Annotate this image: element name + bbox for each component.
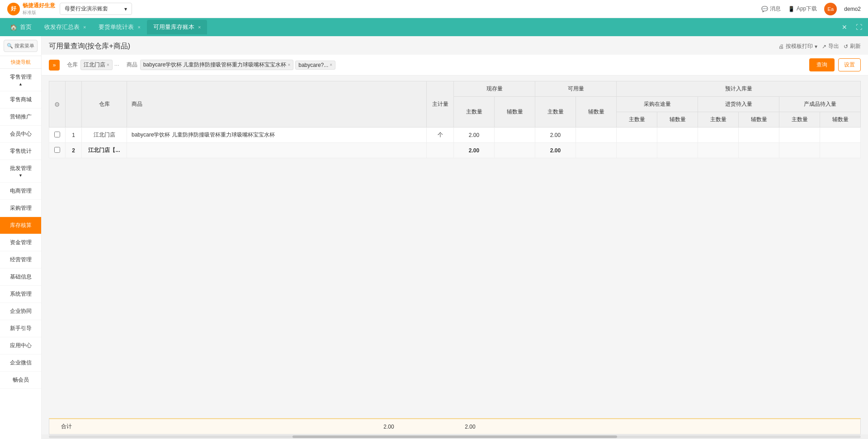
product-tag-1[interactable]: babycare学饮杯 儿童防摔防撞吸管杯重力球吸嘴杯宝宝水杯 × — [140, 60, 294, 70]
th-purchase-aux: 辅数量 — [657, 112, 698, 127]
filter-actions: 查询 设置 — [809, 58, 861, 71]
sidebar-inventory-check-label: 库存核算 — [10, 222, 32, 229]
sidebar-item-marketing[interactable]: 营销推广 — [0, 109, 41, 126]
sidebar-item-retail-mall[interactable]: 零售商城 — [0, 91, 41, 109]
th-production-main: 主数量 — [779, 112, 820, 127]
close-receive-summary-icon[interactable]: × — [83, 24, 86, 30]
footer-stock-main: 2.00 — [368, 424, 409, 430]
message-button[interactable]: 💬 消息 — [761, 5, 781, 13]
th-purchase-main-label: 主数量 — [629, 116, 645, 123]
sidebar-basic-info-label: 基础信息 — [10, 273, 32, 281]
sidebar-quick-nav[interactable]: 快捷导航 — [0, 56, 41, 69]
nav-tabs: 🏠 首页 收发存汇总表 × 要货单统计表 × 可用量库存账本 × ✕ ⛶ — [0, 18, 868, 36]
app-download-button[interactable]: 📱 App下载 — [788, 5, 817, 13]
th-warehouse: 仓库 — [82, 81, 127, 127]
warehouse-tag[interactable]: 江北门店 × — [80, 60, 113, 70]
home-icon: 🏠 — [10, 24, 17, 31]
sidebar-item-purchase-mgmt[interactable]: 采购管理 — [0, 200, 41, 217]
product-tag-2-close-icon[interactable]: × — [330, 62, 332, 67]
top-bar-left: 好 畅捷通好生意 标准版 母婴行业演示账套 ▾ — [7, 2, 132, 16]
th-production-group-label: 产成品待入量 — [804, 101, 836, 107]
settings-button[interactable]: 设置 — [838, 58, 861, 71]
sidebar-item-basic-info[interactable]: 基础信息 — [0, 269, 41, 286]
product-tag-2[interactable]: babycare?... × — [295, 61, 335, 70]
sidebar-item-app-center[interactable]: 应用中心 — [0, 337, 41, 354]
sidebar-item-retail-mgmt[interactable]: 零售管理 ▲ — [0, 69, 41, 91]
sidebar-item-ops-mgmt[interactable]: 经营管理 — [0, 251, 41, 269]
refresh-icon: ↺ — [844, 43, 848, 50]
sidebar-purchase-mgmt-label: 采购管理 — [10, 204, 32, 212]
sidebar-item-inventory-check[interactable]: 库存核算 — [0, 217, 41, 234]
query-button[interactable]: 查询 — [809, 58, 835, 71]
td-available-main-1: 2.00 — [535, 127, 576, 143]
filter-row: » 仓库 江北门店 × ··· 商品 babycare学饮杯 儿童防摔防撞吸管杯… — [42, 55, 868, 76]
th-forecast-group-label: 预计入库量 — [725, 85, 752, 92]
table-settings-gear-icon[interactable]: ⚙ — [54, 101, 60, 108]
close-available-inventory-icon[interactable]: × — [198, 24, 201, 30]
sidebar-item-sys-mgmt[interactable]: 系统管理 — [0, 286, 41, 303]
sidebar-item-enterprise-wechat[interactable]: 企业微信 — [0, 354, 41, 372]
nav-close-button[interactable]: ✕ — [839, 22, 850, 33]
nav-maximize-button[interactable]: ⛶ — [854, 22, 864, 33]
th-unit-label: 主计量 — [432, 101, 448, 107]
td-stock-aux-2 — [495, 143, 535, 158]
th-settings[interactable]: ⚙ — [49, 81, 66, 127]
td-unit-1: 个 — [427, 127, 454, 143]
user-initial: Ea — [828, 6, 834, 12]
user-avatar[interactable]: Ea — [824, 3, 837, 15]
export-icon: ↗ — [822, 43, 826, 50]
warehouse-more-icon[interactable]: ··· — [114, 61, 119, 68]
td-available-main-2: 2.00 — [535, 143, 576, 158]
logo-text: 畅捷通好生意 — [23, 2, 55, 9]
th-stock-group: 现存量 — [454, 81, 535, 97]
download-label: App下载 — [797, 5, 817, 13]
row-2-checkbox[interactable] — [54, 147, 60, 153]
logo-area: 好 畅捷通好生意 标准版 — [7, 2, 55, 16]
sidebar-search-button[interactable]: 🔍 搜索菜单 — [4, 40, 38, 52]
th-unit: 主计量 — [427, 81, 454, 127]
warehouse-tag-value: 江北门店 — [84, 61, 105, 69]
scrollbar-row — [42, 434, 868, 439]
tab-home[interactable]: 🏠 首页 — [4, 20, 38, 34]
sidebar-item-new-guide[interactable]: 新手引导 — [0, 320, 41, 337]
export-button[interactable]: ↗ 导出 — [822, 42, 839, 50]
sidebar-item-ecom-mgmt[interactable]: 电商管理 — [0, 183, 41, 200]
th-production-group: 产成品待入量 — [779, 97, 861, 112]
th-stock-aux-label: 辅数量 — [507, 109, 523, 115]
sidebar-wholesale-arrow: ▼ — [19, 173, 23, 178]
sidebar-item-wholesale-mgmt[interactable]: 批发管理 ▼ — [0, 160, 41, 183]
td-product-1: babycare学饮杯 儿童防摔防撞吸管杯重力球吸嘴杯宝宝水杯 — [127, 127, 427, 143]
tab-order-stats[interactable]: 要货单统计表 × — [92, 20, 146, 34]
export-label: 导出 — [828, 42, 839, 50]
warehouse-tag-close-icon[interactable]: × — [107, 62, 109, 67]
scrollbar-thumb[interactable] — [292, 435, 617, 438]
tab-available-inventory[interactable]: 可用量库存账本 × — [147, 20, 207, 34]
sidebar-item-member-center[interactable]: 会员中心 — [0, 126, 41, 143]
expand-filter-button[interactable]: » — [49, 60, 60, 71]
warehouse-tags: 江北门店 × ··· — [80, 60, 119, 70]
th-incoming-aux: 辅数量 — [739, 112, 779, 127]
sidebar-item-enterprise-collab[interactable]: 企业协同 — [0, 303, 41, 320]
industry-selector[interactable]: 母婴行业演示账套 ▾ — [60, 3, 132, 15]
td-production-aux-2 — [820, 143, 861, 158]
td-checkbox-2[interactable] — [49, 143, 66, 158]
sidebar-item-vip-member[interactable]: 畅会员 — [0, 372, 41, 389]
warehouse-filter: 仓库 江北门店 × ··· — [67, 60, 119, 70]
td-checkbox[interactable] — [49, 127, 66, 143]
th-product-label: 商品 — [132, 101, 142, 107]
message-label: 消息 — [770, 5, 781, 13]
sidebar-item-finance-mgmt[interactable]: 资金管理 — [0, 234, 41, 251]
product-filter: 商品 babycare学饮杯 儿童防摔防撞吸管杯重力球吸嘴杯宝宝水杯 × bab… — [127, 60, 335, 70]
tab-receive-summary[interactable]: 收发存汇总表 × — [38, 20, 92, 34]
print-button[interactable]: 🖨 按模板打印 ▾ — [778, 42, 817, 50]
close-order-stats-icon[interactable]: × — [137, 24, 140, 30]
page-title: 可用量查询(按仓库+商品) — [49, 42, 130, 51]
td-purchase-main-2 — [617, 143, 657, 158]
product-tag-1-close-icon[interactable]: × — [288, 62, 290, 67]
sidebar-item-retail-stats[interactable]: 零售统计 — [0, 143, 41, 160]
refresh-button[interactable]: ↺ 刷新 — [844, 42, 861, 50]
horizontal-scrollbar[interactable] — [49, 435, 861, 438]
warehouse-filter-label: 仓库 — [67, 61, 78, 69]
top-bar: 好 畅捷通好生意 标准版 母婴行业演示账套 ▾ 💬 消息 📱 App下载 Ea … — [0, 0, 868, 18]
row-checkbox[interactable] — [54, 132, 60, 137]
